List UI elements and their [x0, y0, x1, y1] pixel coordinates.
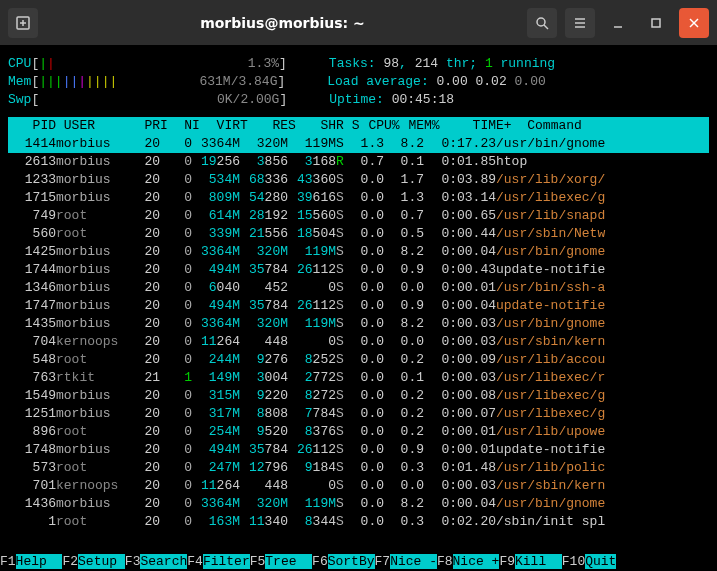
svg-rect-9: [652, 19, 660, 27]
process-row[interactable]: 1 root200163M113408344 S0.00.30:02.20 /s…: [8, 513, 709, 531]
load-label: Load average:: [327, 73, 436, 91]
stats-block: CPU[||1.3%] Tasks: 98, 214 thr; 1 runnin…: [8, 55, 709, 109]
process-row[interactable]: 1748 morbius200494M3578426112 S0.00.90:0…: [8, 441, 709, 459]
hdr-res: RES: [248, 117, 296, 135]
uptime-val: 00:45:18: [392, 91, 454, 109]
close-button[interactable]: [679, 8, 709, 38]
hamburger-icon: [573, 16, 587, 30]
process-row[interactable]: 1233 morbius200534M6833643360 S0.01.70:0…: [8, 171, 709, 189]
mem-val: 631M/3.84G: [199, 74, 277, 89]
hdr-pri: PRI: [136, 117, 168, 135]
hdr-s: S: [352, 117, 360, 135]
hdr-pid: PID: [8, 117, 56, 135]
process-header[interactable]: PID USER PRI NI VIRT RES SHR S CPU% MEM%…: [8, 117, 709, 135]
process-row[interactable]: 573 root200247M127969184 S0.00.30:01.48 …: [8, 459, 709, 477]
hdr-cpu: CPU%: [360, 117, 400, 135]
hdr-time: TIME+: [440, 117, 512, 135]
process-row[interactable]: 1251 morbius200317M88087784 S0.00.20:00.…: [8, 405, 709, 423]
fkey-f5[interactable]: F5Tree: [250, 553, 312, 571]
svg-line-4: [544, 25, 548, 29]
fkey-f9[interactable]: F9Kill: [499, 553, 561, 571]
fkey-f7[interactable]: F7Nice -: [375, 553, 437, 571]
function-keys: F1Help F2Setup F3SearchF4FilterF5Tree F6…: [0, 553, 616, 571]
window-title: morbius@morbius: ~: [46, 15, 519, 31]
process-row[interactable]: 1346 morbius20060404520 S0.00.00:00.01 /…: [8, 279, 709, 297]
process-row[interactable]: 1414 morbius2003364M320M119M S1.38.20:17…: [8, 135, 709, 153]
process-row[interactable]: 548 root200244M92768252 S0.00.20:00.09 /…: [8, 351, 709, 369]
process-row[interactable]: 1436 morbius2003364M320M119M S0.08.20:00…: [8, 495, 709, 513]
titlebar: morbius@morbius: ~: [0, 0, 717, 45]
new-tab-button[interactable]: [8, 8, 38, 38]
minimize-icon: [612, 17, 624, 29]
cpu-pct: 1.3%: [248, 56, 279, 71]
process-row[interactable]: 763 rtkit211149M30042772 S0.00.10:00.03 …: [8, 369, 709, 387]
process-row[interactable]: 1747 morbius200494M3578426112 S0.00.90:0…: [8, 297, 709, 315]
hdr-user: USER: [64, 117, 136, 135]
fkey-f3[interactable]: F3Search: [125, 553, 187, 571]
load1: 0.00: [436, 73, 467, 91]
process-row[interactable]: 701 kernoops200112644480 S0.00.00:00.03 …: [8, 477, 709, 495]
hdr-virt: VIRT: [200, 117, 248, 135]
process-row[interactable]: 1549 morbius200315M92208272 S0.00.20:00.…: [8, 387, 709, 405]
load3: 0.00: [515, 73, 546, 91]
hdr-ni: NI: [168, 117, 200, 135]
running-count: 1: [485, 55, 493, 73]
fkey-f8[interactable]: F8Nice +: [437, 553, 499, 571]
uptime-label: Uptime:: [329, 91, 391, 109]
cpu-label: CPU: [8, 55, 31, 73]
tasks-label: Tasks:: [329, 55, 384, 73]
hdr-mem: MEM%: [400, 117, 440, 135]
process-row[interactable]: 1744 morbius200494M3578426112 S0.00.90:0…: [8, 261, 709, 279]
process-row[interactable]: 1435 morbius2003364M320M119M S0.08.20:00…: [8, 315, 709, 333]
minimize-button[interactable]: [603, 8, 633, 38]
fkey-f10[interactable]: F10Quit: [562, 553, 617, 571]
maximize-icon: [650, 17, 662, 29]
process-row[interactable]: 704 kernoops200112644480 S0.00.00:00.03 …: [8, 333, 709, 351]
thr-count: 214: [415, 55, 438, 73]
search-icon: [535, 16, 549, 30]
fkey-f4[interactable]: F4Filter: [187, 553, 249, 571]
close-icon: [688, 17, 700, 29]
hdr-shr: SHR: [296, 117, 344, 135]
new-tab-icon: [16, 16, 30, 30]
swp-label: Swp: [8, 91, 31, 109]
mem-label: Mem: [8, 73, 31, 91]
process-row[interactable]: 1425 morbius2003364M320M119M S0.08.20:00…: [8, 243, 709, 261]
maximize-button[interactable]: [641, 8, 671, 38]
menu-button[interactable]: [565, 8, 595, 38]
tasks-count: 98: [383, 55, 399, 73]
process-row[interactable]: 896 root200254M95208376 S0.00.20:00.01 /…: [8, 423, 709, 441]
swp-val: 0K/2.00G: [217, 92, 279, 107]
fkey-f2[interactable]: F2Setup: [62, 553, 124, 571]
process-row[interactable]: 560 root200339M2155618504 S0.00.50:00.44…: [8, 225, 709, 243]
terminal[interactable]: CPU[||1.3%] Tasks: 98, 214 thr; 1 runnin…: [0, 45, 717, 571]
process-list: 1414 morbius2003364M320M119M S1.38.20:17…: [8, 135, 709, 531]
search-button[interactable]: [527, 8, 557, 38]
fkey-f6[interactable]: F6SortBy: [312, 553, 374, 571]
process-row[interactable]: 749 root200614M2819215560 S0.00.70:00.65…: [8, 207, 709, 225]
fkey-f1[interactable]: F1Help: [0, 553, 62, 571]
load2: 0.02: [476, 73, 507, 91]
svg-point-3: [537, 18, 545, 26]
hdr-cmd: Command: [527, 117, 709, 135]
process-row[interactable]: 2613 morbius2001925638563168 R0.70.10:01…: [8, 153, 709, 171]
process-row[interactable]: 1715 morbius200809M5428039616 S0.01.30:0…: [8, 189, 709, 207]
